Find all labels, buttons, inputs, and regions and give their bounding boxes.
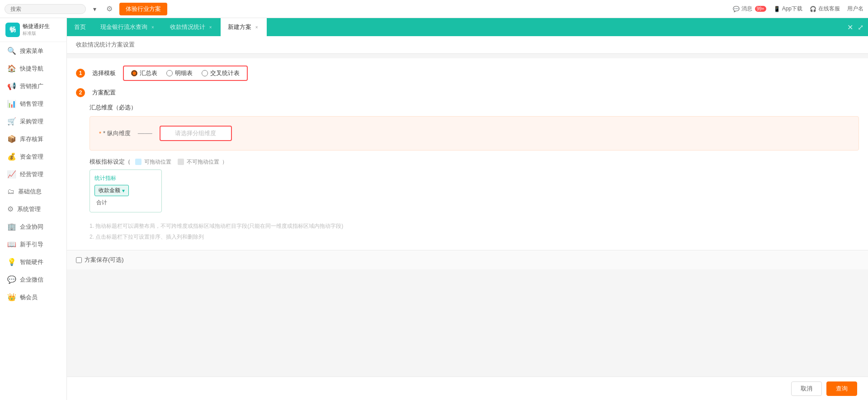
tab-new-plan-close[interactable]: × xyxy=(254,24,259,30)
stat-total: 合计 xyxy=(94,198,157,207)
radio-mingxi-input[interactable] xyxy=(166,70,173,76)
sidebar-item-hardware[interactable]: 💡 智能硬件 xyxy=(0,253,66,271)
logo-sub: 标准版 xyxy=(23,30,50,37)
top-header: ▾ ⚙ 体验行业方案 💬 消息 99+ 📱 App下载 🎧 在线客服 用户名 xyxy=(0,0,868,18)
dim-row-label: * 纵向维度 xyxy=(103,129,131,137)
indicator-section: 模板指标设定（ 可拖动位置 不可拖动位置 ） 统计指标 xyxy=(90,158,859,212)
message-item[interactable]: 💬 消息 99+ xyxy=(733,5,766,13)
sidebar-item-purchase[interactable]: 🛒 采购管理 xyxy=(0,113,66,130)
form-section: 1 选择模板 汇总表 明细表 交叉统计表 xyxy=(67,58,868,250)
draggable-legend: 可拖动位置 不可拖动位置 ） xyxy=(135,158,227,166)
cancel-button[interactable]: 取消 xyxy=(791,381,822,396)
sidebar-label-finance: 资金管理 xyxy=(20,153,43,161)
sidebar-item-inventory[interactable]: 📦 库存核算 xyxy=(0,130,66,148)
download-item[interactable]: 📱 App下载 xyxy=(774,5,802,13)
sidebar-item-guide[interactable]: 📖 新手引导 xyxy=(0,235,66,253)
query-button[interactable]: 查询 xyxy=(826,381,857,396)
non-draggable-label: 不可拖动位置 xyxy=(187,158,219,166)
sidebar-label-guide: 新手引导 xyxy=(20,240,43,249)
sidebar-label-wechat: 企业微信 xyxy=(20,276,43,284)
stat-tag-label: 收款金额 xyxy=(99,187,120,194)
header-right: 💬 消息 99+ 📱 App下载 🎧 在线客服 用户名 xyxy=(733,5,863,13)
sidebar-label-search: 搜索菜单 xyxy=(20,47,43,55)
sidebar-item-nav[interactable]: 🏠 快捷导航 xyxy=(0,60,66,77)
stat-tag[interactable]: 收款金额 ▾ xyxy=(94,185,129,196)
radio-huizong[interactable]: 汇总表 xyxy=(131,69,157,77)
search-icon: 🔍 xyxy=(7,47,16,55)
tab-home[interactable]: 首页 xyxy=(67,18,93,36)
user-name: 用户名 xyxy=(847,5,863,13)
tab-cashflow[interactable]: 现金银行流水查询 × xyxy=(93,18,163,36)
search-input[interactable] xyxy=(5,4,86,14)
user-item[interactable]: 用户名 xyxy=(847,5,863,13)
sidebar-item-sales[interactable]: 📊 销售管理 xyxy=(0,95,66,113)
tab-close-button[interactable]: ✕ xyxy=(847,23,853,32)
required-star: * xyxy=(99,130,101,137)
wechat-icon: 💬 xyxy=(7,275,16,284)
purchase-icon: 🛒 xyxy=(7,117,16,126)
marketing-icon: 📢 xyxy=(7,82,16,90)
radio-jiaocha-input[interactable] xyxy=(202,70,208,76)
tip-2: 2. 点击标题栏下拉可设置排序、插入列和删除列 xyxy=(90,232,859,242)
tab-new-plan[interactable]: 新建方案 × xyxy=(221,18,267,36)
finance-icon: 💰 xyxy=(7,152,16,161)
sidebar-label-hardware: 智能硬件 xyxy=(20,258,43,266)
stat-tag-icon: ▾ xyxy=(122,188,125,194)
dropdown-button[interactable]: ▾ xyxy=(90,4,99,14)
radio-huizong-input[interactable] xyxy=(131,70,137,76)
logo-text-wrap: 畅捷通好生 标准版 xyxy=(23,23,50,37)
tab-new-plan-label: 新建方案 xyxy=(228,23,251,31)
service-item[interactable]: 🎧 在线客服 xyxy=(810,5,840,13)
inventory-icon: 📦 xyxy=(7,135,16,143)
settings-button[interactable]: ⚙ xyxy=(103,3,116,15)
sidebar-item-operations[interactable]: 📈 经营管理 xyxy=(0,165,66,183)
download-icon: 📱 xyxy=(774,6,780,12)
sidebar-logo: 畅 畅捷通好生 标准版 xyxy=(0,18,66,42)
sidebar-item-member[interactable]: 👑 畅会员 xyxy=(0,288,66,306)
sidebar-item-finance[interactable]: 💰 资金管理 xyxy=(0,148,66,165)
sidebar-item-enterprise[interactable]: 🏢 企业协同 xyxy=(0,218,66,235)
dimension-select[interactable]: 请选择分组维度 xyxy=(160,126,232,141)
sidebar-label-basic: 基础信息 xyxy=(18,188,42,196)
sidebar-label-nav: 快捷导航 xyxy=(20,65,43,73)
radio-mingxi[interactable]: 明细表 xyxy=(166,69,193,77)
sidebar: 畅 畅捷通好生 标准版 🔍 搜索菜单 🏠 快捷导航 📢 营销推广 📊 销售管理 … xyxy=(0,18,67,400)
step1-row: 1 选择模板 汇总表 明细表 交叉统计表 xyxy=(76,66,859,81)
sales-icon: 📊 xyxy=(7,99,16,108)
draggable-icon xyxy=(135,159,142,165)
stat-indicator-box: 统计指标 收款金额 ▾ 合计 xyxy=(90,169,162,212)
draggable-label: 可拖动位置 xyxy=(144,158,171,166)
tip-1: 1. 拖动标题栏可以调整布局，不可跨维度或指标区域拖动栏目字段(只能在同一维度或… xyxy=(90,221,859,231)
step1-badge: 1 xyxy=(76,69,85,78)
main-area: 首页 现金银行流水查询 × 收款情况统计 × 新建方案 × ✕ ⤢ 收 xyxy=(67,18,868,400)
bottom-bar: 取消 查询 xyxy=(67,376,868,400)
basic-icon: 🗂 xyxy=(7,188,14,196)
save-checkbox[interactable] xyxy=(76,257,82,263)
save-checkbox-label: 方案保存(可选) xyxy=(85,256,124,264)
indicator-suffix: ） xyxy=(222,158,227,166)
tab-collection[interactable]: 收款情况统计 × xyxy=(163,18,221,36)
tab-cashflow-close[interactable]: × xyxy=(150,24,156,30)
step2-badge: 2 xyxy=(76,88,85,97)
trial-button[interactable]: 体验行业方案 xyxy=(119,3,167,15)
message-label: 消息 xyxy=(741,5,752,13)
step2-label: 方案配置 xyxy=(92,89,116,97)
sidebar-label-sales: 销售管理 xyxy=(20,100,43,108)
step2-section: 2 方案配置 汇总维度（必选） * * 纵向维度 xyxy=(76,88,859,242)
sidebar-item-marketing[interactable]: 📢 营销推广 xyxy=(0,77,66,95)
message-icon: 💬 xyxy=(733,6,740,12)
guide-icon: 📖 xyxy=(7,240,16,249)
content-area: 收款情况统计方案设置 1 选择模板 汇总表 明细表 xyxy=(67,36,868,400)
sidebar-item-basic[interactable]: 🗂 基础信息 xyxy=(0,183,66,200)
sidebar-item-system[interactable]: ⚙ 系统管理 xyxy=(0,200,66,218)
stat-label: 统计指标 xyxy=(94,174,157,182)
sidebar-label-member: 畅会员 xyxy=(20,293,38,301)
step1-label: 选择模板 xyxy=(92,69,116,77)
sidebar-item-search[interactable]: 🔍 搜索菜单 xyxy=(0,42,66,60)
radio-jiaocha[interactable]: 交叉统计表 xyxy=(202,69,240,77)
radio-jiaocha-label: 交叉统计表 xyxy=(210,69,240,77)
tab-expand-button[interactable]: ⤢ xyxy=(858,23,863,32)
sidebar-item-wechat[interactable]: 💬 企业微信 xyxy=(0,271,66,288)
tab-collection-close[interactable]: × xyxy=(208,24,213,30)
tab-bar: 首页 现金银行流水查询 × 收款情况统计 × 新建方案 × ✕ ⤢ xyxy=(67,18,868,36)
